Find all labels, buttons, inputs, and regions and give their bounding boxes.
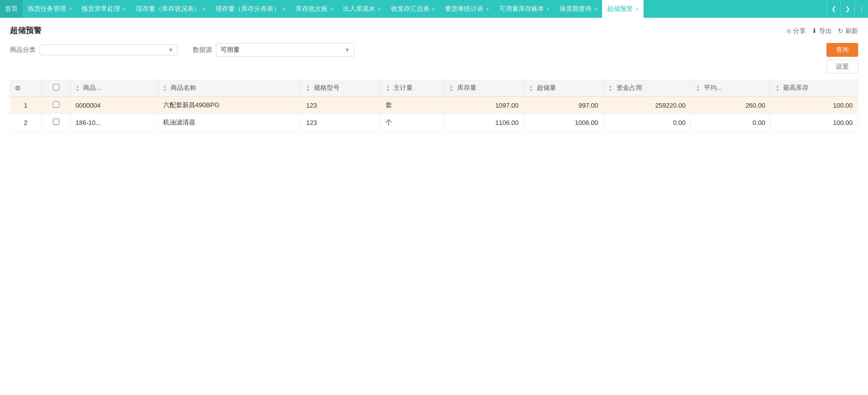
col-header-spec[interactable]: ▲▼ 规格型号 bbox=[301, 79, 381, 97]
nav-item-close-11[interactable]: × bbox=[635, 6, 638, 12]
nav-item-label-10: 保质期查询 bbox=[560, 4, 592, 13]
datasource-value: 可用量 bbox=[220, 45, 240, 54]
table-header-row: ⚙ ▲▼ 商品... ▲▼ 商品名称 ▲▼ 规格型号 ▲▼ bbox=[10, 79, 858, 97]
nav-item-close-3[interactable]: × bbox=[203, 6, 206, 12]
sort-capital-icon: ▲▼ bbox=[608, 84, 612, 92]
nav-item-1[interactable]: 拣货任务管理 × bbox=[23, 0, 77, 18]
nav-item-close-1[interactable]: × bbox=[69, 6, 72, 12]
nav-item-close-8[interactable]: × bbox=[486, 6, 489, 12]
nav-item-label-1: 拣货任务管理 bbox=[28, 4, 66, 13]
row-index-1: 2 bbox=[10, 114, 42, 131]
col-header-maxstock[interactable]: ▲▼ 最高库存 bbox=[770, 79, 858, 97]
row-checkbox-1[interactable] bbox=[42, 114, 70, 131]
row-spec-0: 123 bbox=[301, 97, 381, 114]
nav-item-2[interactable]: 拣货异常处理 × bbox=[77, 0, 130, 18]
sort-code-icon: ▲▼ bbox=[76, 84, 80, 92]
category-select[interactable]: ▼ bbox=[40, 44, 178, 55]
row-over-1: 1006.00 bbox=[524, 114, 604, 131]
row-name-1: 机油滤清器 bbox=[158, 114, 301, 131]
nav-item-label-9: 可用量库存账本 bbox=[499, 4, 544, 13]
col-header-over[interactable]: ▲▼ 超储量 bbox=[524, 79, 604, 97]
category-filter-group: 商品分类 ▼ bbox=[10, 44, 178, 55]
share-button[interactable]: ⎋ 分享 bbox=[787, 27, 806, 36]
row-capital-0: 259220.00 bbox=[603, 97, 691, 114]
sort-unit-icon: ▲▼ bbox=[386, 84, 390, 92]
nav-item-7[interactable]: 收发存汇总表 × bbox=[386, 0, 440, 18]
nav-next-arrow[interactable]: ❯ bbox=[840, 0, 854, 18]
sort-over-icon: ▲▼ bbox=[529, 84, 533, 92]
sort-stock-icon: ▲▼ bbox=[449, 84, 453, 92]
table-row: 2186-10...机油滤清器123个1106.001006.000.000.0… bbox=[10, 114, 858, 131]
nav-item-label-11: 超储预警 bbox=[607, 4, 633, 13]
category-chevron-icon: ▼ bbox=[168, 47, 174, 53]
nav-item-11[interactable]: 超储预警 × bbox=[602, 0, 643, 18]
refresh-button[interactable]: ↻ 刷新 bbox=[838, 27, 858, 36]
nav-more-arrow[interactable]: ⋮ bbox=[854, 0, 868, 18]
nav-item-close-7[interactable]: × bbox=[432, 6, 435, 12]
datasource-filter-group: 数据源 可用量 ▼ bbox=[193, 43, 354, 57]
query-button[interactable]: 查询 bbox=[826, 43, 858, 57]
row-checkbox-input-0[interactable] bbox=[53, 101, 59, 108]
page-content: 超储预警 ⎋ 分享 ⬇ 导出 ↻ 刷新 商品分类 bbox=[0, 18, 868, 395]
sort-maxstock-icon: ▲▼ bbox=[776, 84, 780, 92]
col-header-name[interactable]: ▲▼ 商品名称 bbox=[158, 79, 301, 97]
nav-item-label-4: 现存量（库存分布表） bbox=[216, 4, 280, 13]
filter-buttons: 查询 设置 bbox=[826, 43, 858, 74]
col-header-stock[interactable]: ▲▼ 库存量 bbox=[444, 79, 524, 97]
nav-item-10[interactable]: 保质期查询 × bbox=[555, 0, 602, 18]
row-code-1: 186-10... bbox=[70, 114, 158, 131]
top-navigation: 首页拣货任务管理 ×拣货异常处理 ×现存量（库存状况表） ×现存量（库存分布表）… bbox=[0, 0, 868, 18]
row-code-0: 0000004 bbox=[70, 97, 158, 114]
nav-item-label-5: 库存批次账 bbox=[296, 4, 328, 13]
row-checkbox-input-1[interactable] bbox=[53, 118, 59, 125]
select-all-checkbox-header[interactable] bbox=[42, 79, 70, 97]
row-maxstock-0: 100.00 bbox=[770, 97, 858, 114]
row-unit-0: 套 bbox=[381, 97, 444, 114]
nav-item-6[interactable]: 出入库流水 × bbox=[338, 0, 386, 18]
nav-item-0[interactable]: 首页 bbox=[0, 0, 23, 18]
nav-item-close-6[interactable]: × bbox=[378, 6, 381, 12]
col-header-code[interactable]: ▲▼ 商品... bbox=[70, 79, 158, 97]
datasource-label: 数据源 bbox=[193, 45, 212, 54]
row-index-0: 1 bbox=[10, 97, 42, 114]
row-over-0: 997.00 bbox=[524, 97, 604, 114]
sort-name-icon: ▲▼ bbox=[163, 84, 167, 92]
select-all-checkbox[interactable] bbox=[53, 84, 59, 90]
nav-prev-arrow[interactable]: ❮ bbox=[826, 0, 840, 18]
row-maxstock-1: 100.00 bbox=[770, 114, 858, 131]
row-name-0: 六配套新昌490BPG bbox=[158, 97, 301, 114]
export-icon: ⬇ bbox=[812, 27, 817, 35]
nav-item-label-8: 要货单统计表 bbox=[445, 4, 483, 13]
nav-item-close-10[interactable]: × bbox=[594, 6, 597, 12]
nav-item-label-2: 拣货异常处理 bbox=[82, 4, 120, 13]
nav-item-8[interactable]: 要货单统计表 × bbox=[440, 0, 494, 18]
nav-item-close-2[interactable]: × bbox=[123, 6, 126, 12]
nav-item-3[interactable]: 现存量（库存状况表） × bbox=[131, 0, 211, 18]
category-label: 商品分类 bbox=[10, 45, 36, 54]
datasource-chevron-icon: ▼ bbox=[345, 47, 350, 53]
row-checkbox-0[interactable] bbox=[42, 97, 70, 114]
col-header-unit[interactable]: ▲▼ 主计量 bbox=[381, 79, 444, 97]
share-icon: ⎋ bbox=[787, 27, 791, 35]
page-header: 超储预警 ⎋ 分享 ⬇ 导出 ↻ 刷新 bbox=[10, 26, 858, 36]
nav-item-close-9[interactable]: × bbox=[547, 6, 550, 12]
data-table: ⚙ ▲▼ 商品... ▲▼ 商品名称 ▲▼ 规格型号 ▲▼ bbox=[10, 79, 858, 131]
nav-item-4[interactable]: 现存量（库存分布表） × bbox=[211, 0, 290, 18]
sort-avg-icon: ▲▼ bbox=[696, 84, 700, 92]
datasource-select[interactable]: 可用量 ▼ bbox=[216, 43, 354, 57]
col-header-capital[interactable]: ▲▼ 资金占用 bbox=[603, 79, 691, 97]
nav-item-5[interactable]: 库存批次账 × bbox=[291, 0, 338, 18]
row-spec-1: 123 bbox=[301, 114, 381, 131]
export-button[interactable]: ⬇ 导出 bbox=[812, 27, 832, 36]
col-header-avg[interactable]: ▲▼ 平均... bbox=[691, 79, 770, 97]
nav-item-9[interactable]: 可用量库存账本 × bbox=[494, 0, 555, 18]
settings-gear-icon[interactable]: ⚙ bbox=[10, 79, 42, 97]
header-actions: ⎋ 分享 ⬇ 导出 ↻ 刷新 bbox=[787, 27, 858, 36]
nav-item-close-5[interactable]: × bbox=[330, 6, 333, 12]
settings-button[interactable]: 设置 bbox=[826, 60, 858, 74]
row-stock-0: 1097.00 bbox=[444, 97, 524, 114]
nav-item-label-7: 收发存汇总表 bbox=[391, 4, 430, 13]
nav-item-close-4[interactable]: × bbox=[282, 6, 285, 12]
row-avg-0: 260.00 bbox=[691, 97, 770, 114]
page-title: 超储预警 bbox=[10, 26, 42, 36]
